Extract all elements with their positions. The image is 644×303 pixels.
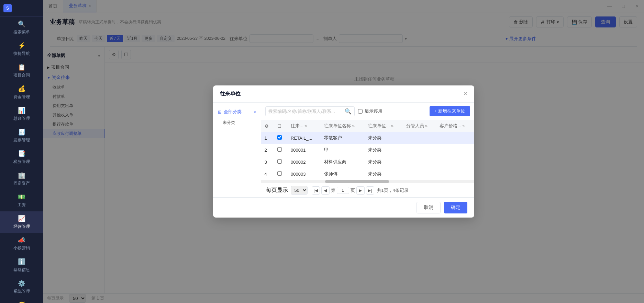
sidebar-collapse-icon: « xyxy=(254,110,256,114)
row-checkbox[interactable] xyxy=(274,144,287,156)
table-row[interactable]: 1 RETAIL_... 零散客户 未分类 xyxy=(261,132,474,144)
sidebar-item-invoice[interactable]: 🧾 发票管理 xyxy=(0,125,43,147)
dialog-table: ⚙ ☐ 往来... 往来单位名称 往来单位... 分管人员 客户价格... xyxy=(261,120,474,180)
dialog-table-area: ⚙ ☐ 往来... 往来单位名称 往来单位... 分管人员 客户价格... xyxy=(261,120,474,180)
sidebar-item-fund-mgmt[interactable]: 💰 资金管理 xyxy=(0,82,43,103)
sidebar-item-guide[interactable]: 🧭 新手引导 xyxy=(0,298,43,303)
show-disabled-label[interactable]: 显示停用 xyxy=(358,108,382,114)
col-manager[interactable]: 分管人员 xyxy=(403,120,436,132)
row-category: 未分类 xyxy=(365,132,402,144)
sidebar-item-search-menu[interactable]: 🔍 搜索菜单 xyxy=(0,17,43,38)
row-price-level xyxy=(436,144,474,156)
scrollbar-thumb[interactable] xyxy=(325,180,389,183)
prev-page-button[interactable]: ◀ xyxy=(321,186,330,195)
show-disabled-checkbox[interactable] xyxy=(358,109,363,114)
fixed-assets-icon: 🏢 xyxy=(18,172,25,179)
col-name[interactable]: 往来单位名称 xyxy=(321,120,365,132)
dialog-sidebar: ⊞ 全部分类 « 未分类 xyxy=(213,103,261,197)
row-code: 000001 xyxy=(287,144,321,156)
close-button[interactable]: × xyxy=(630,0,644,12)
per-page-select[interactable]: 50 xyxy=(291,186,308,195)
row-name: 零散客户 xyxy=(321,132,365,144)
horizontal-scrollbar[interactable] xyxy=(261,180,474,183)
row-price-level xyxy=(436,168,474,180)
col-category[interactable]: 往来单位... xyxy=(365,120,402,132)
cancel-button[interactable]: 取消 xyxy=(417,202,441,213)
sys-icon: ⚙️ xyxy=(18,280,25,287)
sidebar-item-label: 快捷导航 xyxy=(13,51,30,57)
col-price-level[interactable]: 客户价格... xyxy=(436,120,474,132)
sidebar-item-marketing[interactable]: 📣 小畅营销 xyxy=(0,233,43,255)
sidebar-item-label: 总账管理 xyxy=(13,116,30,121)
sidebar-item-accounting[interactable]: 📊 总账管理 xyxy=(0,103,43,125)
row-no: 2 xyxy=(261,144,274,156)
page-suffix: 页 xyxy=(351,187,355,194)
dialog-sidebar-uncategorized[interactable]: 未分类 xyxy=(213,118,261,128)
row-manager xyxy=(403,168,436,180)
sidebar-item-label: 经营管理 xyxy=(13,224,30,230)
row-no: 3 xyxy=(261,156,274,168)
row-checkbox[interactable] xyxy=(274,132,287,144)
sidebar-item-ops-mgmt[interactable]: 📈 经营管理 xyxy=(0,211,43,233)
dialog-overlay: 往来单位 × ⊞ 全部分类 « 未分类 xyxy=(43,0,644,303)
payroll-icon: 💵 xyxy=(18,193,25,201)
per-page-label: 每页显示 xyxy=(266,187,288,194)
sidebar-item-fixed-assets[interactable]: 🏢 固定资产 xyxy=(0,168,43,190)
sidebar-item-label: 系统管理 xyxy=(13,289,30,294)
page-input[interactable] xyxy=(337,187,349,194)
dialog-search-input[interactable] xyxy=(268,109,343,114)
window-controls: — □ × xyxy=(603,0,644,12)
sidebar-item-quick-nav[interactable]: ⚡ 快捷导航 xyxy=(0,38,43,60)
sidebar-item-tax[interactable]: 📑 税务管理 xyxy=(0,147,43,168)
row-name: 甲 xyxy=(321,144,365,156)
row-name: 张师傅 xyxy=(321,168,365,180)
maximize-button[interactable]: □ xyxy=(617,0,630,12)
sidebar-item-payroll[interactable]: 💵 工资 xyxy=(0,190,43,211)
dialog-actions: 取消 确定 xyxy=(213,197,474,218)
dialog-sidebar-all[interactable]: ⊞ 全部分类 « xyxy=(213,106,261,118)
sidebar-item-project-contract[interactable]: 📋 项目合同 xyxy=(0,60,43,82)
confirm-button[interactable]: 确定 xyxy=(444,202,467,213)
col-settings[interactable]: ⚙ xyxy=(261,120,274,132)
dialog-close-button[interactable]: × xyxy=(464,90,467,97)
accounting-icon: 📊 xyxy=(18,107,25,114)
first-page-button[interactable]: |◀ xyxy=(312,186,320,195)
dialog-content: 🔍 显示停用 + 新增往来单位 ⚙ xyxy=(261,103,474,197)
col-checkbox[interactable]: ☐ xyxy=(274,120,287,132)
row-price-level xyxy=(436,156,474,168)
row-name: 材料供应商 xyxy=(321,156,365,168)
project-icon: 📋 xyxy=(18,63,25,71)
sidebar-item-basic-info[interactable]: ℹ️ 基础信息 xyxy=(0,255,43,276)
row-no: 1 xyxy=(261,132,274,144)
table-row[interactable]: 4 000003 张师傅 未分类 xyxy=(261,168,474,180)
last-page-button[interactable]: ▶| xyxy=(366,186,374,195)
basic-info-icon: ℹ️ xyxy=(18,258,25,266)
dialog-toolbar: 🔍 显示停用 + 新增往来单位 xyxy=(261,103,474,120)
guide-icon: 🧭 xyxy=(18,301,25,303)
minimize-button[interactable]: — xyxy=(603,0,617,12)
row-category: 未分类 xyxy=(365,156,402,168)
add-party-button[interactable]: + 新增往来单位 xyxy=(430,106,470,116)
sidebar: S 🔍 搜索菜单 ⚡ 快捷导航 📋 项目合同 💰 资金管理 📊 总账管理 🧾 发… xyxy=(0,0,43,303)
row-checkbox[interactable] xyxy=(274,168,287,180)
dialog-search-box: 🔍 xyxy=(265,106,355,116)
row-price-level xyxy=(436,132,474,144)
row-checkbox[interactable] xyxy=(274,156,287,168)
col-code[interactable]: 往来... xyxy=(287,120,321,132)
sidebar-item-sys-mgmt[interactable]: ⚙️ 系统管理 xyxy=(0,276,43,298)
table-row[interactable]: 2 000001 甲 未分类 xyxy=(261,144,474,156)
dialog-header: 往来单位 × xyxy=(213,85,474,103)
table-row[interactable]: 3 000002 材料供应商 未分类 xyxy=(261,156,474,168)
sidebar-logo: S xyxy=(0,0,43,17)
dialog: 往来单位 × ⊞ 全部分类 « 未分类 xyxy=(213,85,474,218)
row-manager xyxy=(403,132,436,144)
sidebar-item-label: 发票管理 xyxy=(13,137,30,143)
row-code: 000002 xyxy=(287,156,321,168)
search-menu-icon: 🔍 xyxy=(18,20,25,28)
sidebar-item-label: 项目合同 xyxy=(13,72,30,78)
sidebar-item-label: 固定资产 xyxy=(13,180,30,186)
grid-all-icon: ⊞ xyxy=(218,109,222,115)
next-page-button[interactable]: ▶ xyxy=(356,186,365,195)
dialog-body: ⊞ 全部分类 « 未分类 🔍 xyxy=(213,103,474,197)
pagination: |◀ ◀ 第 页 ▶ ▶| xyxy=(312,186,374,195)
